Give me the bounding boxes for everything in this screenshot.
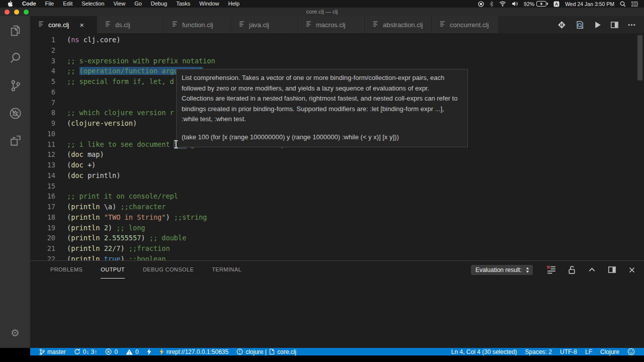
panel-tab-debug-console[interactable]: DEBUG CONSOLE xyxy=(143,261,194,279)
statusbar-git-branch[interactable]: master xyxy=(35,348,70,355)
menubar-status-area: 92% A Wed 24 Jan 3:50 PM xyxy=(478,1,641,7)
statusbar-language-mode[interactable]: Clojure xyxy=(596,348,623,355)
code-editor[interactable]: 1(ns clj.core)2 3;; s-expression with pr… xyxy=(30,33,644,260)
code-line[interactable]: 15 xyxy=(30,181,644,192)
zoom-window-button[interactable] xyxy=(24,10,29,15)
statusbar-warnings[interactable]: 0 xyxy=(122,348,143,355)
token: ) xyxy=(166,213,174,221)
tab-macros-clj[interactable]: macros.clj xyxy=(298,16,365,33)
mouse-ibeam-cursor xyxy=(174,140,179,151)
panel-tab-problems[interactable]: PROBLEMS xyxy=(50,261,83,279)
statusbar-git-sync[interactable]: 0↓ 3↑ xyxy=(70,348,102,355)
code-line[interactable]: 17(println \a) ;;character xyxy=(30,202,644,212)
code-line[interactable]: 22(println true) ;;boolean xyxy=(30,254,644,260)
debug-icon[interactable] xyxy=(8,106,22,120)
chevron-up-icon[interactable] xyxy=(588,265,596,274)
panel-tab-terminal[interactable]: TERMINAL xyxy=(212,261,242,279)
open-preview-icon[interactable] xyxy=(575,20,585,30)
line-number: 3 xyxy=(30,56,67,66)
unlock-icon[interactable] xyxy=(568,265,576,275)
line-number: 4 xyxy=(30,66,67,76)
tab-java-clj[interactable]: java.clj xyxy=(231,16,298,33)
apple-menu-icon[interactable] xyxy=(3,1,18,7)
code-line[interactable]: 3;; s-expression with prefix notation xyxy=(30,56,644,66)
token: ( xyxy=(67,171,71,179)
error-icon xyxy=(105,348,112,355)
close-panel-icon[interactable] xyxy=(628,266,636,274)
code-line[interactable]: 21(println 22/7) ;;fraction xyxy=(30,243,644,254)
clj-file-icon xyxy=(239,21,246,29)
statusbar-encoding[interactable]: UTF-8 xyxy=(556,348,581,355)
bottom-panel: PROBLEMSOUTPUTDEBUG CONSOLETERMINAL Eval… xyxy=(30,260,644,348)
tab-core-clj[interactable]: core.clj× xyxy=(30,16,97,33)
code-line[interactable]: 18(println "TWO in String") ;;string xyxy=(30,212,644,223)
menu-item-help[interactable]: Help xyxy=(223,0,244,8)
spotlight-search-icon[interactable] xyxy=(620,1,626,7)
token: ;;string xyxy=(174,213,207,221)
tab-abstraction-clj[interactable]: abstraction.clj xyxy=(365,16,432,33)
code-line[interactable]: 14(doc println) xyxy=(30,170,644,181)
statusbar-text: 0↓ 3↑ xyxy=(83,348,98,355)
editor-scrollbar[interactable] xyxy=(637,35,642,80)
line-number: 21 xyxy=(30,243,67,254)
bluetooth-icon[interactable] xyxy=(490,1,494,7)
clear-output-icon[interactable] xyxy=(546,265,556,275)
statusbar-text: Clojure xyxy=(600,348,619,355)
panel-header: PROBLEMSOUTPUTDEBUG CONSOLETERMINAL Eval… xyxy=(30,261,644,279)
extensions-icon[interactable] xyxy=(8,134,22,148)
code-line[interactable]: 12(doc map) xyxy=(30,149,644,160)
menu-item-view[interactable]: View xyxy=(109,0,130,8)
statusbar-feedback-smiley[interactable] xyxy=(623,348,639,355)
code-line[interactable]: 16;; print it on console/repl xyxy=(30,191,644,202)
menu-item-window[interactable]: Window xyxy=(195,0,223,8)
menubar-clock[interactable]: Wed 24 Jan 3:50 PM xyxy=(565,1,614,7)
close-tab-icon[interactable]: × xyxy=(79,21,84,29)
statusbar-nrepl-connection[interactable]: nrepl://127.0.0.1:50635 xyxy=(155,348,232,355)
statusbar-clojure-file[interactable]: clojure |core.clj xyxy=(232,348,300,355)
explorer-icon[interactable] xyxy=(8,23,22,37)
wifi-icon[interactable] xyxy=(499,1,506,7)
notification-center-icon[interactable] xyxy=(631,2,638,7)
menu-item-file[interactable]: File xyxy=(41,0,59,8)
token: println xyxy=(71,255,100,260)
menu-item-go[interactable]: Go xyxy=(130,0,146,8)
statusbar-zap[interactable] xyxy=(143,348,155,355)
tab-ds-clj[interactable]: ds.clj xyxy=(97,16,164,33)
menu-item-debug[interactable]: Debug xyxy=(146,0,172,8)
source-control-icon[interactable] xyxy=(8,78,22,93)
tab-concurrent-clj[interactable]: concurrent.clj xyxy=(432,16,499,33)
screen-record-icon[interactable] xyxy=(478,1,484,7)
input-source-icon[interactable]: A xyxy=(553,1,559,7)
menu-item-code[interactable]: Code xyxy=(18,0,41,8)
code-line[interactable]: 19(println 2) ;; long xyxy=(30,223,644,233)
close-window-button[interactable] xyxy=(5,10,10,15)
statusbar-cursor-position[interactable]: Ln 4, Col 4 (30 selected) xyxy=(447,348,521,355)
window-titlebar[interactable]: core.clj — clj xyxy=(0,8,644,16)
settings-gear-icon[interactable]: ⚙ xyxy=(8,326,22,340)
clj-file-icon xyxy=(105,21,112,29)
tab-label: abstraction.clj xyxy=(383,21,423,29)
menu-item-edit[interactable]: Edit xyxy=(58,0,77,8)
statusbar-errors[interactable]: 0 xyxy=(101,348,122,355)
battery-indicator[interactable]: 92% xyxy=(524,1,548,7)
split-editor-icon[interactable] xyxy=(610,21,619,29)
code-line[interactable]: 20(println 2.5555557) ;; double xyxy=(30,233,644,243)
panel-tab-output[interactable]: OUTPUT xyxy=(101,261,125,279)
output-channel-select[interactable]: Evaluation result: xyxy=(471,265,533,275)
sync-icon xyxy=(74,348,80,355)
code-line[interactable]: 13(doc +) xyxy=(30,160,644,170)
menu-item-selection[interactable]: Selection xyxy=(77,0,109,8)
volume-icon[interactable] xyxy=(512,1,518,7)
code-line[interactable]: 2 xyxy=(30,45,644,56)
more-actions-icon[interactable] xyxy=(627,21,636,29)
tab-function-clj[interactable]: function.clj xyxy=(164,16,231,33)
search-icon[interactable] xyxy=(8,51,22,65)
code-line[interactable]: 1(ns clj.core) xyxy=(30,35,644,45)
maximize-panel-icon[interactable] xyxy=(608,265,616,274)
run-icon[interactable] xyxy=(593,21,602,29)
menu-item-tasks[interactable]: Tasks xyxy=(172,0,195,8)
statusbar-indentation[interactable]: Spaces: 2 xyxy=(521,348,556,355)
statusbar-eol[interactable]: LF xyxy=(581,348,596,355)
minimize-window-button[interactable] xyxy=(14,10,19,15)
format-diamond-icon[interactable] xyxy=(557,20,567,30)
